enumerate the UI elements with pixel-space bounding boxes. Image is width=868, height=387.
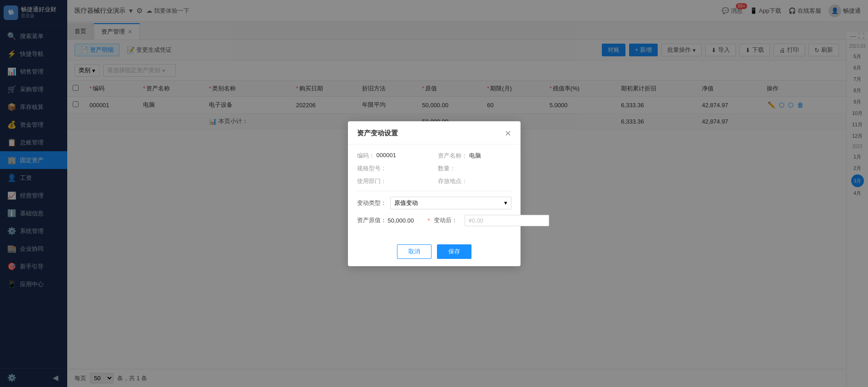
modal-name-field: 资产名称： 电脑 [438,152,511,160]
modal-storage-field: 存放地点： [438,177,511,185]
quantity-label: 数量： [438,164,456,173]
code-label: 编码： [357,152,375,160]
modal-title: 资产变动设置 [357,129,398,138]
modal-overlay: 资产变动设置 ✕ 编码： 000001 资产名称： 电脑 规格型号： 数量： [0,0,868,387]
asset-change-modal: 资产变动设置 ✕ 编码： 000001 资产名称： 电脑 规格型号： 数量： [348,121,521,266]
original-value-field: 资产原值： 50,000.00 * 变动后： [357,215,511,226]
required-star: * [428,217,430,224]
modal-body: 编码： 000001 资产名称： 电脑 规格型号： 数量： 使用部门： [348,144,521,239]
after-change-label: 变动后： [434,216,461,224]
original-value-label: 资产原值： [357,216,384,224]
modal-header: 资产变动设置 ✕ [348,121,521,144]
modal-department-field: 使用部门： [357,177,431,185]
modal-info-grid: 编码： 000001 资产名称： 电脑 规格型号： 数量： 使用部门： [357,152,511,185]
modal-divider [357,191,511,191]
cancel-button[interactable]: 取消 [397,244,432,259]
change-type-field: 变动类型： 原值变动 ▾ [357,197,511,209]
modal-spec-field: 规格型号： [357,164,431,173]
department-label: 使用部门： [357,177,387,185]
modal-code-field: 编码： 000001 [357,152,431,160]
change-type-value: 原值变动 [394,199,418,207]
save-button[interactable]: 保存 [437,244,471,259]
storage-label: 存放地点： [438,177,467,185]
modal-close-button[interactable]: ✕ [505,129,511,139]
name-label: 资产名称： [438,152,467,160]
code-value: 000001 [377,152,396,160]
change-type-dropdown-icon: ▾ [504,199,507,206]
change-type-label: 变动类型： [357,199,387,207]
spec-label: 规格型号： [357,164,387,173]
modal-quantity-field: 数量： [438,164,511,173]
change-type-select[interactable]: 原值变动 ▾ [390,197,511,209]
name-value: 电脑 [469,152,481,160]
modal-footer: 取消 保存 [348,239,521,266]
original-value: 50,000.00 [388,217,424,224]
after-change-input[interactable] [465,215,549,226]
